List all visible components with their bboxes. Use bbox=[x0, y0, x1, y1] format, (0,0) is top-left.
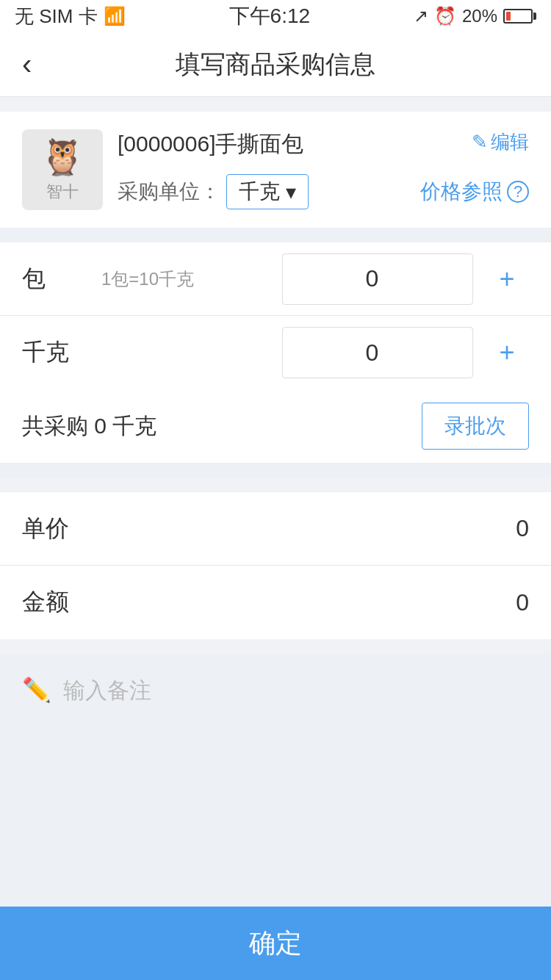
section-separator-1 bbox=[0, 228, 551, 242]
status-left: 无 SIM 卡 📶 bbox=[15, 4, 126, 29]
input-section: 包 1包=10千克 + 千克 + bbox=[0, 242, 551, 389]
bao-plus-button[interactable]: + bbox=[485, 257, 529, 301]
section-separator-2 bbox=[0, 463, 551, 478]
product-unit-row: 采购单位： 千克 ▾ 价格参照 ? bbox=[118, 174, 529, 209]
record-batch-button[interactable]: 录批次 bbox=[422, 403, 529, 450]
price-section: 单价 0 金额 0 bbox=[0, 492, 551, 639]
wifi-icon: 📶 bbox=[104, 6, 126, 26]
confirm-button[interactable]: 确定 bbox=[0, 907, 551, 980]
unit-selector-wrap: 采购单位： 千克 ▾ bbox=[118, 174, 309, 209]
total-row: 共采购 0 千克 录批次 bbox=[0, 389, 551, 463]
total-text: 共采购 0 千克 bbox=[22, 411, 156, 442]
product-image: 🦉 智十 bbox=[22, 129, 103, 210]
kg-label: 千克 bbox=[22, 336, 96, 369]
page-title: 填写商品采购信息 bbox=[176, 48, 375, 82]
owl-icon: 🦉 bbox=[40, 137, 84, 178]
kg-input-row: 千克 + bbox=[0, 316, 551, 389]
unit-price-row: 单价 0 bbox=[0, 492, 551, 566]
unit-value: 千克 bbox=[239, 178, 280, 206]
edit-label: 编辑 bbox=[491, 129, 529, 155]
product-card: 🦉 智十 [0000006]手撕面包 ✎ 编辑 采购单位： 千克 ▾ 价格参照 … bbox=[0, 112, 551, 228]
bao-input-wrap: + bbox=[194, 253, 529, 305]
status-time: 下午6:12 bbox=[229, 2, 311, 30]
kg-input-wrap: + bbox=[96, 327, 529, 378]
amount-value: 0 bbox=[516, 589, 529, 616]
unit-label: 采购单位： bbox=[118, 178, 220, 206]
location-icon: ↗ bbox=[414, 6, 428, 26]
product-header: [0000006]手撕面包 ✎ 编辑 bbox=[118, 129, 529, 159]
status-bar: 无 SIM 卡 📶 下午6:12 ↗ ⏰ 20% bbox=[0, 0, 551, 32]
carrier-label: 无 SIM 卡 bbox=[15, 4, 98, 29]
bao-quantity-input[interactable] bbox=[282, 253, 473, 305]
alarm-icon: ⏰ bbox=[434, 6, 456, 26]
edit-icon: ✎ bbox=[472, 131, 488, 154]
bao-sublabel: 1包=10千克 bbox=[101, 267, 194, 291]
battery-percent: 20% bbox=[462, 6, 497, 26]
product-info: [0000006]手撕面包 ✎ 编辑 采购单位： 千克 ▾ 价格参照 ? bbox=[118, 129, 529, 209]
help-char: ? bbox=[514, 182, 522, 201]
product-name: [0000006]手撕面包 bbox=[118, 129, 303, 159]
price-ref-help-icon: ? bbox=[507, 181, 529, 203]
product-image-label: 智十 bbox=[46, 181, 79, 203]
bao-input-row: 包 1包=10千克 + bbox=[0, 242, 551, 316]
bao-label: 包 bbox=[22, 263, 96, 295]
note-section[interactable]: ✏️ 输入备注 bbox=[0, 654, 551, 728]
unit-price-value: 0 bbox=[516, 515, 529, 542]
unit-dropdown[interactable]: 千克 ▾ bbox=[226, 174, 309, 209]
amount-label: 金额 bbox=[22, 586, 69, 619]
amount-row: 金额 0 bbox=[0, 566, 551, 639]
edit-button[interactable]: ✎ 编辑 bbox=[472, 129, 529, 155]
price-ref-button[interactable]: 价格参照 ? bbox=[420, 178, 529, 206]
price-ref-label: 价格参照 bbox=[420, 178, 503, 206]
nav-bar: ‹ 填写商品采购信息 bbox=[0, 32, 551, 97]
dropdown-arrow: ▾ bbox=[286, 180, 296, 204]
kg-quantity-input[interactable] bbox=[282, 327, 473, 378]
back-button[interactable]: ‹ bbox=[22, 48, 66, 81]
note-placeholder: 输入备注 bbox=[63, 676, 151, 706]
status-right: ↗ ⏰ 20% bbox=[414, 6, 536, 26]
kg-plus-button[interactable]: + bbox=[485, 331, 529, 375]
unit-price-label: 单价 bbox=[22, 513, 69, 545]
pencil-icon: ✏️ bbox=[22, 676, 51, 704]
battery-icon bbox=[503, 9, 536, 24]
